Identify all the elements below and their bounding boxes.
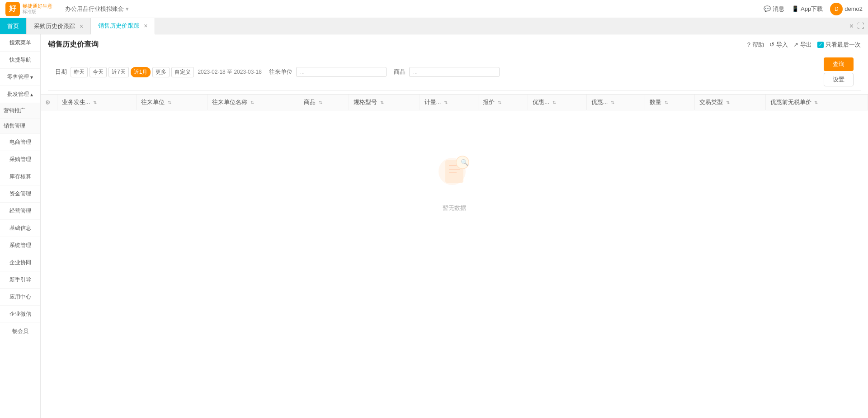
query-button[interactable]: 查询: [824, 57, 854, 71]
page-actions: ? 帮助 ↺ 导入 ↗ 导出 ✓ 只看最后一次: [747, 41, 861, 49]
date-filter-group: 日期 昨天 今天 近7天 近1月 更多 自定义 2023-02-18 至 202…: [55, 67, 262, 77]
sort-icon-unit: ⇅: [444, 100, 448, 105]
table-header-spec[interactable]: 规格型号 ⇅: [349, 95, 420, 110]
settings-button[interactable]: 设置: [824, 73, 854, 86]
table-header-pretax-price[interactable]: 优惠前无税单价 ⇅: [765, 95, 868, 110]
chevron-down-icon: ▾: [30, 74, 33, 81]
top-bar: 好 畅捷通好生意 标准版 办公用品行业模拟账套 ▾ 💬 消息 📱 App下载 D…: [0, 0, 868, 18]
dropdown-arrow-icon[interactable]: ▾: [126, 5, 129, 12]
top-bar-title: 办公用品行业模拟账套 ▾: [65, 5, 129, 13]
avatar-image: D: [830, 3, 843, 15]
date-buttons: 昨天 今天 近7天 近1月 更多 自定义: [71, 67, 194, 77]
sort-icon-discount1: ⇅: [552, 100, 556, 105]
empty-text: 暂无数据: [443, 204, 466, 212]
sidebar-item-member[interactable]: 畅会员: [0, 323, 40, 340]
date-label: 日期: [55, 68, 67, 76]
sidebar-item-purchase-mgmt[interactable]: 采购管理: [0, 151, 40, 168]
date-btn-7days[interactable]: 近7天: [108, 67, 129, 77]
filter-actions: 查询 设置: [824, 57, 854, 86]
date-btn-1month[interactable]: 近1月: [131, 67, 151, 77]
help-icon: ?: [747, 41, 750, 48]
date-btn-yesterday[interactable]: 昨天: [71, 67, 88, 77]
sort-icon-partner-name: ⇅: [250, 100, 254, 105]
date-btn-more[interactable]: 更多: [152, 67, 170, 77]
top-bar-left: 好 畅捷通好生意 标准版 办公用品行业模拟账套 ▾: [5, 2, 129, 16]
import-button[interactable]: ↺ 导入: [769, 41, 788, 49]
goods-input[interactable]: ...: [409, 67, 500, 77]
close-purchase-tab-button[interactable]: ×: [80, 23, 83, 30]
app-download-button[interactable]: 📱 App下载: [792, 5, 823, 13]
tab-purchase-history[interactable]: 采购历史价跟踪 ×: [27, 18, 91, 34]
sidebar-item-quick-nav[interactable]: 快捷导航: [0, 52, 40, 69]
sidebar-item-search-menu[interactable]: 搜索菜单: [0, 34, 40, 52]
sort-icon-discount2: ⇅: [611, 100, 614, 105]
fullscreen-button[interactable]: ⛶: [857, 22, 864, 30]
filter-bar: 日期 昨天 今天 近7天 近1月 更多 自定义 2023-02-18 至 202…: [48, 54, 861, 90]
sidebar-item-operations-mgmt[interactable]: 经营管理: [0, 203, 40, 220]
date-btn-today[interactable]: 今天: [90, 67, 107, 77]
export-icon: ↗: [793, 41, 798, 48]
table-header-price[interactable]: 报价 ⇅: [478, 95, 528, 110]
tab-home[interactable]: 首页: [0, 18, 27, 34]
empty-illustration: 🔍: [432, 147, 477, 200]
sort-icon-quantity: ⇅: [665, 100, 668, 105]
table-header-discount1[interactable]: 优惠... ⇅: [528, 95, 586, 110]
sidebar-item-app-center[interactable]: 应用中心: [0, 289, 40, 306]
message-icon: 💬: [764, 5, 771, 12]
user-avatar[interactable]: D demo2: [830, 3, 863, 15]
phone-icon: 📱: [792, 5, 799, 12]
table-settings-icon[interactable]: ⚙: [45, 99, 51, 106]
logo-text: 畅捷通好生意 标准版: [23, 3, 52, 14]
sort-icon-goods: ⇅: [319, 100, 322, 105]
sidebar-item-wholesale-mgmt[interactable]: 批发管理 ▴: [0, 86, 40, 103]
sidebar-item-inventory[interactable]: 库存核算: [0, 168, 40, 185]
data-table: ⚙ 业务发生... ⇅ 往来单位 ⇅ 往来单位名称 ⇅: [41, 95, 868, 110]
table-header-unit[interactable]: 计量... ⇅: [420, 95, 478, 110]
tab-bar: 首页 采购历史价跟踪 × 销售历史价跟踪 × × ⛶: [0, 18, 868, 34]
date-range-text: 2023-02-18 至 2023-03-18: [198, 68, 261, 76]
partner-filter-group: 往来单位 ...: [269, 67, 387, 77]
sort-icon-pretax-price: ⇅: [814, 100, 818, 105]
messages-button[interactable]: 💬 消息: [764, 5, 784, 13]
content-area: 销售历史价查询 ? 帮助 ↺ 导入 ↗ 导出 ✓: [41, 34, 868, 418]
only-last-checkbox[interactable]: ✓: [817, 42, 824, 48]
table-header-goods[interactable]: 商品 ⇅: [299, 95, 349, 110]
goods-filter-group: 商品 ...: [394, 67, 500, 77]
sidebar-item-marketing[interactable]: 营销推广: [0, 103, 40, 119]
sidebar-item-sales-mgmt[interactable]: 销售管理: [0, 119, 40, 134]
tab-sales-history[interactable]: 销售历史价跟踪 ×: [91, 18, 155, 34]
sidebar-item-enterprise-wechat[interactable]: 企业微信: [0, 306, 40, 323]
sidebar: 搜索菜单 快捷导航 零售管理 ▾ 批发管理 ▴ 营销推广 销售管理 电商管理 采: [0, 34, 41, 418]
help-button[interactable]: ? 帮助: [747, 41, 764, 49]
table-header-partner-code[interactable]: 往来单位 ⇅: [137, 95, 208, 110]
date-btn-custom[interactable]: 自定义: [171, 67, 194, 77]
export-button[interactable]: ↗ 导出: [793, 41, 812, 49]
page-title-row: 销售历史价查询 ? 帮助 ↺ 导入 ↗ 导出 ✓: [48, 40, 861, 49]
sidebar-item-enterprise-collab[interactable]: 企业协同: [0, 254, 40, 271]
table-header-discount2[interactable]: 优惠... ⇅: [586, 95, 645, 110]
only-last-checkbox-label[interactable]: ✓ 只看最后一次: [817, 41, 861, 49]
sidebar-item-retail-mgmt[interactable]: 零售管理 ▾: [0, 69, 40, 86]
table-header-settings[interactable]: ⚙: [41, 95, 57, 110]
sort-icon-trade-type: ⇅: [726, 100, 730, 105]
top-bar-right: 💬 消息 📱 App下载 D demo2: [764, 3, 863, 15]
sort-icon-price: ⇅: [498, 100, 501, 105]
table-header-trade-type[interactable]: 交易类型 ⇅: [695, 95, 766, 110]
sidebar-item-ecom-mgmt[interactable]: 电商管理: [0, 134, 40, 151]
table-header-quantity[interactable]: 数量 ⇅: [645, 95, 695, 110]
sidebar-item-system-mgmt[interactable]: 系统管理: [0, 237, 40, 254]
table-header-biz-date[interactable]: 业务发生... ⇅: [57, 95, 137, 110]
sidebar-item-basic-info[interactable]: 基础信息: [0, 220, 40, 237]
sidebar-item-new-user-guide[interactable]: 新手引导: [0, 271, 40, 289]
partner-label: 往来单位: [269, 68, 292, 76]
logo-area: 好 畅捷通好生意 标准版: [5, 2, 52, 16]
sidebar-item-finance-mgmt[interactable]: 资金管理: [0, 185, 40, 203]
table-header-partner-name[interactable]: 往来单位名称 ⇅: [207, 95, 299, 110]
close-all-tabs-button[interactable]: ×: [849, 22, 854, 30]
chevron-up-icon: ▴: [30, 91, 33, 98]
logo-icon: 好: [5, 2, 20, 16]
table-header: ⚙ 业务发生... ⇅ 往来单位 ⇅ 往来单位名称 ⇅: [41, 95, 868, 110]
import-icon: ↺: [769, 41, 774, 48]
partner-input[interactable]: ...: [296, 67, 387, 77]
close-sales-tab-button[interactable]: ×: [144, 22, 147, 29]
